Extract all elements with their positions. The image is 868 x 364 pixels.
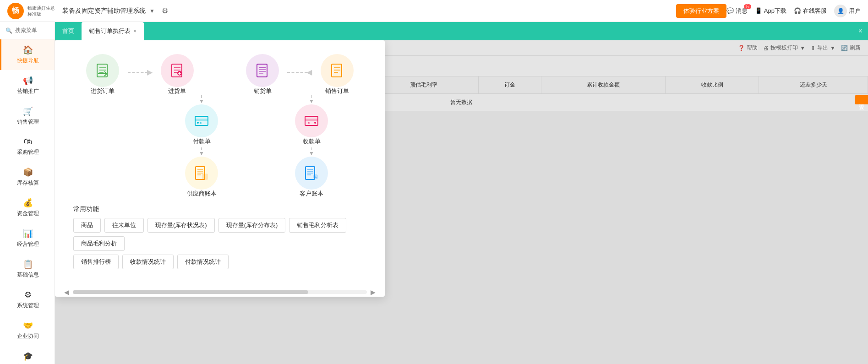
- sales-bill-label: 销货单: [254, 87, 272, 95]
- scrollbar-thumb: [73, 290, 308, 294]
- app-download-icon: 📱: [755, 7, 762, 14]
- online-service-icon: 🎧: [794, 7, 801, 14]
- sidebar-item-quick-nav[interactable]: 🏠 快捷导航: [0, 39, 55, 70]
- func-btn-receipt-stats[interactable]: 收款情况统计: [122, 255, 174, 269]
- func-btn-product[interactable]: 商品: [73, 218, 101, 233]
- sales-order-circle: [321, 54, 354, 87]
- payment-circle: ¥: [185, 104, 218, 137]
- marketing-icon: 📢: [23, 76, 33, 86]
- online-service-item[interactable]: 🎧 在线客服: [794, 7, 827, 15]
- sidebar-item-newbie[interactable]: 🎓 新手引导: [0, 346, 55, 364]
- inventory-icon: 📦: [23, 167, 33, 177]
- message-badge: 5: [744, 4, 751, 9]
- sidebar-item-operation[interactable]: 📊 经营管理: [0, 223, 55, 254]
- newbie-icon: 🎓: [23, 351, 33, 361]
- sidebar-item-label-inventory: 库存核算: [17, 179, 39, 187]
- quick-guide-modal: 进货订单 ▶ 进: [55, 40, 385, 297]
- sales-order-label: 销售订单: [325, 87, 349, 95]
- tab-home-label: 首页: [62, 27, 74, 35]
- trial-button[interactable]: 体验行业方案: [676, 4, 726, 18]
- svg-point-23: [197, 122, 199, 124]
- modal-scrollbar-area: ◀ ▶: [55, 287, 385, 297]
- main-layout: 🔍 搜索菜单 🏠 快捷导航 📢 营销推广 🛒 销售管理 🛍 采购管理 📦 库存核…: [0, 22, 868, 364]
- func-buttons-row2: 销售排行榜 收款情况统计 付款情况统计: [73, 255, 366, 269]
- arrow-1: ▶: [128, 68, 153, 76]
- user-item[interactable]: 👤 用户: [834, 5, 861, 17]
- app-logo-text: 畅康通好生意 标准版: [27, 5, 55, 17]
- tab-sales-order-label: 销售订单执行表: [89, 27, 131, 35]
- basic-info-icon: 📋: [23, 259, 33, 269]
- func-btn-sales-profit[interactable]: 销售毛利分析表: [289, 218, 346, 233]
- side-settings-btn[interactable]: 设置: [855, 95, 868, 104]
- settings-icon[interactable]: ⚙: [158, 5, 171, 17]
- sidebar-item-inventory[interactable]: 📦 库存核算: [0, 162, 55, 192]
- tab-sales-order-close[interactable]: ×: [133, 28, 136, 34]
- user-avatar: 👤: [834, 5, 847, 17]
- message-icon: 💬: [726, 7, 734, 14]
- sidebar-item-label-quick-nav: 快捷导航: [17, 57, 39, 65]
- func-btn-partner[interactable]: 往来单位: [104, 218, 144, 233]
- page-content: ❓ 帮助 🖨 按模板打印 ▼ ⬆ 导出 ▼ 🔄 刷新: [55, 40, 868, 364]
- supplier-account-label: 供应商账本: [187, 190, 217, 198]
- common-funcs-title: 常用功能: [73, 205, 366, 213]
- modal-scrollbar[interactable]: [73, 290, 367, 294]
- svg-point-33: [314, 122, 316, 124]
- customer-circle: 人: [295, 157, 328, 190]
- tab-home[interactable]: 首页: [55, 22, 82, 40]
- scrollbar-right-arrow[interactable]: ▶: [371, 288, 376, 296]
- svg-text:¥: ¥: [199, 121, 202, 125]
- sidebar-item-label-system: 系统管理: [17, 302, 39, 310]
- tab-bar: 首页 销售订单执行表 × ×: [55, 22, 868, 40]
- flow-sales-bill[interactable]: 销货单: [238, 54, 288, 95]
- sidebar-item-system[interactable]: ⚙ 系统管理: [0, 284, 55, 315]
- sidebar-item-label-basic-info: 基础信息: [17, 271, 39, 279]
- message-icon-item[interactable]: 💬 消息 5: [726, 7, 748, 15]
- sales-icon: 🛒: [23, 106, 33, 116]
- logo-area: 畅 畅康通好生意 标准版: [7, 3, 62, 19]
- purchase-order-circle: [86, 54, 119, 87]
- sidebar-item-marketing[interactable]: 📢 营销推广: [0, 70, 55, 101]
- sidebar-item-finance[interactable]: 💰 资金管理: [0, 192, 55, 223]
- purchase-bill-label: 进货单: [168, 87, 186, 95]
- receipt-circle: ¥: [295, 104, 328, 137]
- flow-sales-order[interactable]: 销售订单: [312, 54, 362, 95]
- func-btn-payment-stats[interactable]: 付款情况统计: [177, 255, 229, 269]
- func-btn-stock-status[interactable]: 现存量(库存状况表): [147, 218, 215, 233]
- purchase-bill-circle: [161, 54, 194, 87]
- quick-guide-overlay: 进货订单 ▶ 进: [55, 40, 868, 364]
- quick-nav-icon: 🏠: [23, 45, 33, 55]
- func-btn-product-profit[interactable]: 商品毛利分析: [73, 236, 125, 251]
- svg-text:¥: ¥: [307, 121, 310, 125]
- app-download-item[interactable]: 📱 App下载: [755, 7, 786, 15]
- sidebar: 🔍 搜索菜单 🏠 快捷导航 📢 营销推广 🛒 销售管理 🛍 采购管理 📦 库存核…: [0, 22, 55, 364]
- content-area: 首页 销售订单执行表 × × ❓ 帮助 🖨 按模板打印 ▼: [55, 22, 868, 364]
- svg-rect-30: [202, 174, 207, 179]
- app-download-label: App下载: [764, 7, 786, 15]
- search-menu-item[interactable]: 🔍 搜索菜单: [0, 22, 55, 39]
- flow-purchase-order[interactable]: 进货订单: [78, 54, 128, 95]
- flow-purchase-bill[interactable]: 进货单: [153, 54, 202, 95]
- sidebar-item-label-marketing: 营销推广: [17, 87, 39, 95]
- purchase-icon: 🛍: [24, 137, 32, 147]
- func-btn-sales-rank[interactable]: 销售排行榜: [73, 255, 119, 269]
- svg-text:人: 人: [314, 175, 317, 179]
- header-right: 💬 消息 5 📱 App下载 🎧 在线客服 👤 用户: [726, 5, 861, 17]
- top-header: 畅 畅康通好生意 标准版 装备及固定资产辅助管理系统 ▼ ⚙ 体验行业方案 💬 …: [0, 0, 868, 22]
- sidebar-item-sales[interactable]: 🛒 销售管理: [0, 101, 55, 131]
- finance-icon: 💰: [23, 198, 33, 208]
- enterprise-icon: 🤝: [23, 321, 33, 331]
- common-funcs: 常用功能 商品 往来单位 现存量(库存状况表) 现存量(库存分布表) 销售毛利分…: [73, 205, 366, 269]
- sidebar-item-label-purchase: 采购管理: [17, 148, 39, 156]
- user-name: 用户: [849, 7, 861, 15]
- func-buttons-row1: 商品 往来单位 现存量(库存状况表) 现存量(库存分布表) 销售毛利分析表 商品…: [73, 218, 366, 251]
- sidebar-item-enterprise[interactable]: 🤝 企业协同: [0, 315, 55, 346]
- sidebar-item-purchase[interactable]: 🛍 采购管理: [0, 131, 55, 162]
- func-btn-stock-dist[interactable]: 现存量(库存分布表): [218, 218, 286, 233]
- sidebar-item-basic-info[interactable]: 📋 基础信息: [0, 254, 55, 284]
- scrollbar-left-arrow[interactable]: ◀: [64, 288, 69, 296]
- tab-sales-order[interactable]: 销售订单执行表 ×: [82, 22, 144, 40]
- tab-bar-close-btn[interactable]: ×: [858, 27, 863, 35]
- system-dropdown-btn[interactable]: ▼: [149, 8, 155, 14]
- search-menu-label: 搜索菜单: [15, 27, 37, 34]
- svg-rect-17: [332, 64, 342, 77]
